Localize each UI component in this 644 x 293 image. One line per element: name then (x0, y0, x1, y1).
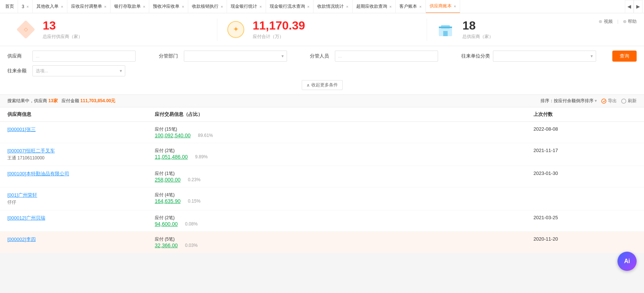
stat-number-payable-suppliers: 13 (43, 19, 83, 32)
filter-item-dept: 分管部门 ▾ (159, 51, 304, 62)
supplier-info-bente: [000100]本特勤油品有限公司 (7, 170, 155, 177)
nav-tab-customer-book[interactable]: 客户账本 × (396, 0, 426, 13)
nav-tab-overdue-recv-label: 超期应收款查询 (356, 3, 387, 10)
result-bar: 搜索结果中，供应商 13家 应付金额 111,703,854.00元 排序：按应… (0, 95, 644, 107)
payable-amount-bente[interactable]: 258,000.00 (155, 177, 181, 183)
balance-select[interactable]: 选项... ▾ (32, 65, 125, 76)
close-icon[interactable]: × (454, 4, 456, 8)
nav-tab-recv-stat[interactable]: 收款情况统计 × (314, 0, 352, 13)
payable-amount-zhangsan[interactable]: 100,092,540.00 (155, 132, 190, 138)
filter-label-balance: 往来余额 (7, 68, 29, 74)
help-icon: ⊙ (623, 19, 627, 24)
nav-tab-cash-stat[interactable]: 现金银行统计 × (227, 0, 266, 13)
chevron-down-icon: ▾ (281, 54, 284, 59)
svg-point-8 (602, 99, 606, 103)
dept-select[interactable]: ▾ (184, 51, 287, 62)
supplier-name-rongxuan[interactable]: [001]广州荣轩 (7, 192, 155, 199)
supplier-input[interactable]: ... (32, 51, 136, 62)
table-header: 供应商信息 应付交易信息（占比） 上次付数 (0, 107, 644, 122)
payable-info-zhangsan: 应付 (15笔) 100,092,540.00 89.61% (155, 126, 533, 138)
nav-tab-supplier-book[interactable]: 供应商账本 × (426, 0, 460, 13)
payable-amount-beirui[interactable]: 94,600.00 (155, 221, 178, 227)
close-icon[interactable]: × (221, 4, 223, 9)
last-pay-bente: 2023-01-30 (533, 170, 637, 176)
nav-tab-3-label: 3 (22, 4, 24, 9)
nav-tab-cash-flow[interactable]: 现金银行流水查询 × (266, 0, 314, 13)
nav-tab-3[interactable]: 3 × (18, 0, 33, 13)
last-pay-date-hengwang: 2021-11-17 (533, 148, 558, 153)
nav-right-arrow[interactable]: ▶ (634, 0, 643, 13)
payable-percent-lisi: 0.03% (185, 243, 197, 248)
nav-tab-prepay-recv[interactable]: 预收冲应收单 × (149, 0, 188, 13)
nav-tab-adjust[interactable]: 应收应付调整单 × (67, 0, 111, 13)
col-header-supplier: 供应商信息 (7, 111, 155, 118)
close-icon[interactable]: × (259, 4, 262, 9)
close-icon[interactable]: × (182, 4, 184, 9)
collapse-button[interactable]: ∧ 收起更多条件 (302, 80, 343, 90)
supplier-info-rongxuan: [001]广州荣轩 仔仔 (7, 192, 155, 206)
nav-tab-home[interactable]: 首页 (1, 0, 18, 13)
ai-button[interactable]: Ai (617, 252, 637, 271)
supplier-name-beirui[interactable]: [000012]广州贝瑞 (7, 215, 155, 221)
close-icon[interactable]: × (346, 4, 348, 9)
col-header-last-pay: 上次付数 (533, 111, 637, 118)
result-amount: 111,703,854.00元 (80, 98, 115, 103)
person-input[interactable]: ... (335, 51, 438, 62)
result-bar-info: 搜索结果中，供应商 13家 应付金额 111,703,854.00元 (7, 98, 115, 104)
stat-label-total-suppliers: 总供应商（家） (462, 34, 493, 40)
supplier-name-bente[interactable]: [000100]本特勤油品有限公司 (7, 170, 155, 177)
filter-row-2: 往来余额 选项... ▾ (7, 65, 637, 76)
stat-number-total-suppliers: 18 (462, 19, 493, 32)
refresh-button[interactable]: 刷新 (621, 98, 637, 104)
close-icon[interactable]: × (389, 4, 392, 9)
filter-label-dept: 分管部门 (159, 53, 181, 59)
table-row: [001]广州荣轩 仔仔 应付 (4笔) 164,635.90 0.15% (0, 187, 644, 210)
svg-rect-7 (439, 27, 452, 28)
query-button[interactable]: 查询 (612, 51, 637, 62)
close-icon[interactable]: × (104, 4, 106, 9)
payable-amount-hengwang[interactable]: 11,051,486.00 (155, 154, 188, 160)
close-icon[interactable]: × (61, 4, 63, 9)
sort-selector[interactable]: 排序：按应付余额倒序排序 ▾ (540, 98, 597, 104)
payable-amount-lisi[interactable]: 32,366.00 (155, 242, 178, 248)
category-select[interactable]: ▾ (493, 51, 596, 62)
close-icon[interactable]: × (307, 4, 309, 9)
nav-tab-overdue-recv[interactable]: 超期应收款查询 × (353, 0, 396, 13)
payable-percent-hengwang: 9.89% (195, 154, 208, 159)
payable-row-zhangsan: 100,092,540.00 89.61% (155, 132, 533, 138)
nav-tab-customer-book-label: 客户账本 (399, 3, 417, 10)
supplier-name-hengwang[interactable]: [000007]恒旺二手叉车 (7, 148, 155, 154)
svg-text:✦: ✦ (232, 25, 239, 33)
nav-tab-bank[interactable]: 银行存取款单 × (111, 0, 149, 13)
payable-row-lisi: 32,366.00 0.03% (155, 242, 533, 248)
result-bar-actions: 排序：按应付余额倒序排序 ▾ 导出 刷新 (540, 98, 637, 104)
nav-tab-other-income-label: 其他收入单 (36, 3, 59, 10)
export-button[interactable]: 导出 (601, 98, 617, 104)
payable-label-lisi: 应付 (5笔) (155, 236, 533, 242)
nav-tab-recv-exec[interactable]: 收款核销执行 × (188, 0, 227, 13)
nav-tab-other-income[interactable]: 其他收入单 × (33, 0, 67, 13)
payable-label-zhangsan: 应付 (15笔) (155, 126, 533, 132)
supplier-name-zhangsan[interactable]: [000001]张三 (7, 126, 155, 133)
video-link[interactable]: ⊙ 视频 (599, 18, 612, 25)
ai-button-label: Ai (624, 258, 630, 265)
payable-row-hengwang: 11,051,486.00 9.89% (155, 154, 533, 160)
separator: ｜ (616, 18, 620, 25)
svg-point-9 (622, 99, 626, 103)
close-icon[interactable]: × (143, 4, 145, 9)
help-link[interactable]: ⊙ 帮助 (623, 18, 637, 25)
filter-item-person: 分管人员 ... (310, 51, 455, 62)
close-icon[interactable]: × (27, 4, 29, 9)
nav-left-arrow[interactable]: ◀ (625, 0, 634, 13)
top-right-links: ⊙ 视频 ｜ ⊙ 帮助 (599, 18, 637, 25)
last-pay-date-beirui: 2021-03-25 (533, 215, 558, 220)
last-pay-hengwang: 2021-11-17 (533, 148, 637, 153)
supplier-info-lisi: [000002]李四 (7, 236, 155, 243)
collapse-up-icon: ∧ (307, 83, 310, 88)
close-icon[interactable]: × (419, 4, 421, 9)
supplier-name-lisi[interactable]: [000002]李四 (7, 236, 155, 243)
chevron-down-icon: ▾ (595, 98, 597, 103)
stat-text-payable-suppliers: 13 总应付供应商（家） (43, 19, 83, 40)
nav-tab-adjust-label: 应收应付调整单 (71, 3, 102, 10)
payable-amount-rongxuan[interactable]: 164,635.90 (155, 198, 181, 204)
